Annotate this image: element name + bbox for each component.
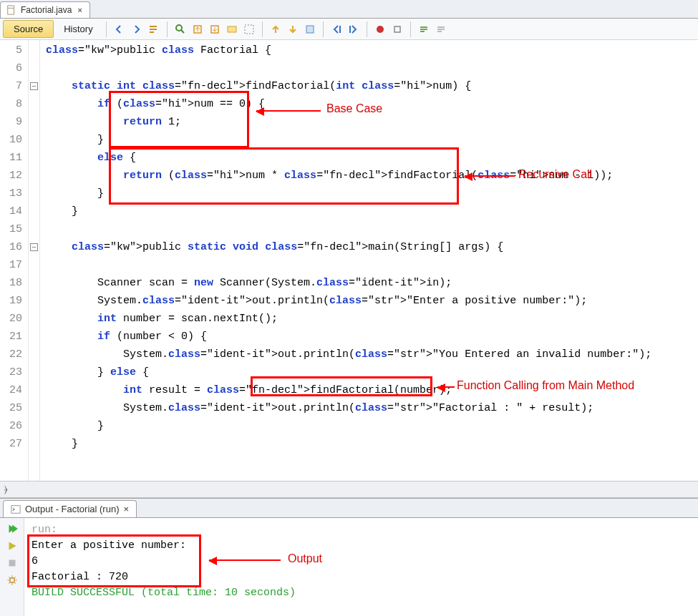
code-line: } bbox=[46, 417, 698, 435]
annotation-label-base-case: Base Case bbox=[326, 102, 382, 115]
rerun-icon[interactable] bbox=[6, 522, 19, 535]
nav-back-icon[interactable] bbox=[112, 22, 127, 36]
fold-gutter: −− bbox=[29, 40, 40, 481]
tab-history[interactable]: History bbox=[55, 21, 101, 37]
annotation-arrow bbox=[437, 386, 455, 388]
annotation-label-output: Output bbox=[288, 552, 322, 565]
file-tab[interactable]: Factorial.java × bbox=[0, 1, 90, 18]
editor-toolbar: Source History bbox=[0, 19, 698, 40]
code-line: if (number < 0) { bbox=[46, 328, 698, 346]
svg-rect-1 bbox=[150, 26, 157, 27]
svg-rect-3 bbox=[150, 31, 154, 33]
select-block-icon[interactable] bbox=[303, 22, 317, 36]
annotation-label-recursive-call: Recursive Call bbox=[518, 168, 592, 181]
output-line-result: Factorial : 720 bbox=[31, 569, 691, 585]
svg-rect-8 bbox=[245, 25, 253, 34]
output-line-input: 6 bbox=[31, 554, 691, 569]
svg-point-10 bbox=[377, 26, 384, 33]
code-line: } bbox=[46, 185, 698, 202]
code-line: } bbox=[46, 435, 698, 453]
java-file-icon bbox=[6, 5, 16, 15]
code-line bbox=[46, 59, 698, 77]
code-content[interactable]: class="kw">public class Factorial { stat… bbox=[40, 40, 698, 481]
shift-right-icon[interactable] bbox=[346, 22, 361, 36]
annotation-label-fn-call: Function Calling from Main Method bbox=[457, 379, 634, 392]
toolbar-separator bbox=[323, 21, 324, 37]
fold-toggle-icon[interactable]: − bbox=[30, 243, 38, 251]
svg-rect-12 bbox=[11, 505, 20, 513]
code-line: class="kw">public static void class="fn-… bbox=[46, 238, 698, 256]
output-tab[interactable]: Output - Factorial (run) × bbox=[3, 500, 137, 517]
svg-rect-11 bbox=[394, 26, 400, 32]
dropdown-icon[interactable] bbox=[147, 22, 161, 36]
svg-rect-9 bbox=[306, 26, 314, 33]
toolbar-separator bbox=[167, 21, 168, 37]
toolbar-separator bbox=[410, 21, 411, 37]
tab-source[interactable]: Source bbox=[3, 20, 54, 38]
prev-bookmark-icon[interactable] bbox=[190, 22, 205, 36]
toolbar-separator bbox=[106, 21, 107, 37]
comment-icon[interactable] bbox=[417, 22, 431, 36]
output-panel: Output - Factorial (run) × run: Enter a … bbox=[0, 498, 698, 616]
code-line: static int class="fn-decl">findFactorial… bbox=[46, 77, 698, 95]
stop-icon[interactable] bbox=[6, 557, 19, 569]
arrow-up-icon[interactable] bbox=[268, 22, 283, 36]
toolbar-separator bbox=[367, 21, 367, 37]
line-number-gutter: 5678910111213141516171819202122232425262… bbox=[0, 40, 29, 481]
annotation-arrow bbox=[256, 110, 321, 112]
output-line-run: run: bbox=[31, 522, 691, 538]
svg-rect-0 bbox=[8, 6, 14, 14]
code-line: } bbox=[46, 131, 698, 149]
uncomment-icon[interactable] bbox=[434, 22, 448, 36]
code-line: return 1; bbox=[46, 113, 698, 131]
file-tab-label: Factorial.java bbox=[21, 5, 72, 15]
code-line: } bbox=[46, 202, 698, 220]
chevron-icon[interactable]: ⦒ bbox=[4, 484, 8, 496]
svg-point-4 bbox=[176, 25, 182, 31]
code-editor[interactable]: 5678910111213141516171819202122232425262… bbox=[0, 40, 698, 481]
settings-icon[interactable] bbox=[6, 574, 19, 587]
toolbar-separator bbox=[262, 21, 263, 37]
annotation-arrow bbox=[209, 559, 281, 561]
code-line: System.class="ident-it">out.println(clas… bbox=[46, 399, 698, 417]
output-action-gutter bbox=[0, 518, 24, 616]
annotation-arrow bbox=[465, 175, 515, 177]
terminal-icon bbox=[11, 504, 21, 514]
close-icon[interactable]: × bbox=[76, 6, 83, 14]
breadcrumb-bar: ⦒ bbox=[0, 481, 698, 498]
file-tab-bar: Factorial.java × bbox=[0, 0, 698, 19]
close-icon[interactable]: × bbox=[124, 504, 130, 514]
code-line: int number = scan.nextInt(); bbox=[46, 310, 698, 328]
shift-left-icon[interactable] bbox=[329, 22, 344, 36]
svg-rect-7 bbox=[228, 26, 236, 32]
code-line: System.class="ident-it">out.println(clas… bbox=[46, 292, 698, 310]
find-icon[interactable] bbox=[173, 22, 188, 36]
output-tab-title: Output - Factorial (run) bbox=[25, 504, 120, 514]
selection-icon[interactable] bbox=[242, 22, 256, 36]
svg-point-14 bbox=[9, 578, 14, 583]
run-icon[interactable] bbox=[6, 539, 19, 552]
code-line: return (class="hi">num * class="fn-decl"… bbox=[46, 167, 698, 185]
output-tab-bar: Output - Factorial (run) × bbox=[0, 499, 698, 518]
record-macro-icon[interactable] bbox=[373, 22, 387, 36]
output-line-prompt: Enter a positive number: bbox=[31, 538, 691, 554]
svg-rect-13 bbox=[9, 560, 15, 567]
code-line: else { bbox=[46, 149, 698, 167]
stop-macro-icon[interactable] bbox=[390, 22, 404, 36]
toggle-highlight-icon[interactable] bbox=[225, 22, 239, 36]
svg-rect-2 bbox=[150, 29, 157, 30]
arrow-down-icon[interactable] bbox=[286, 22, 300, 36]
fold-toggle-icon[interactable]: − bbox=[30, 82, 38, 90]
code-line bbox=[46, 256, 698, 274]
next-bookmark-icon[interactable] bbox=[208, 22, 222, 36]
output-line-build: BUILD SUCCESSFUL (total time: 10 seconds… bbox=[31, 585, 691, 601]
nav-forward-icon[interactable] bbox=[130, 22, 144, 36]
code-line: System.class="ident-it">out.println(clas… bbox=[46, 346, 698, 363]
output-console[interactable]: run: Enter a positive number: 6 Factoria… bbox=[24, 518, 698, 616]
code-line bbox=[46, 220, 698, 238]
code-line: class="kw">public class Factorial { bbox=[46, 41, 698, 59]
code-line: Scanner scan = new Scanner(System.class=… bbox=[46, 274, 698, 292]
